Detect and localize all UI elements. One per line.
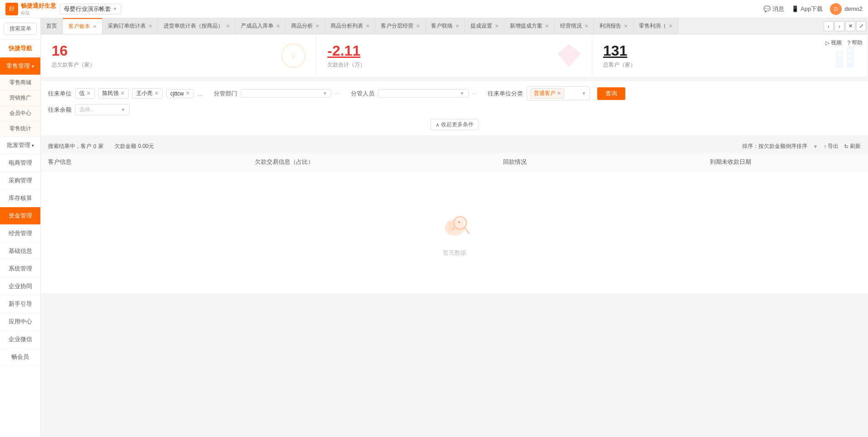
- query-button[interactable]: 查询: [597, 87, 625, 100]
- stat-debt-customers-value: 16: [52, 43, 95, 59]
- svg-rect-6: [849, 49, 851, 52]
- tab-close-new-commission[interactable]: ✕: [545, 24, 549, 28]
- tab-close-profit[interactable]: ✕: [624, 24, 628, 28]
- message-link[interactable]: 💬 消息: [763, 5, 784, 13]
- company-tag-wang[interactable]: 王小亮 ✕: [132, 88, 163, 99]
- collapse-icon: ∧: [436, 122, 440, 128]
- sidebar-item-system[interactable]: 系统管理: [0, 260, 40, 278]
- tab-close-product-analysis[interactable]: ✕: [316, 24, 319, 28]
- sidebar-item-ecommerce[interactable]: 电商管理: [0, 154, 40, 172]
- sidebar-item-retail-mall[interactable]: 零售商城: [0, 75, 40, 90]
- tab-inbound-stats[interactable]: 进货单统计表（按商品） ✕: [158, 18, 235, 34]
- tab-new-commission[interactable]: 新增提成方案 ✕: [504, 18, 555, 34]
- company-tag-chen-close[interactable]: ✕: [120, 90, 125, 96]
- company-tag-cjttcw[interactable]: cjttcw ✕: [166, 89, 194, 98]
- tab-scroll-left-button[interactable]: ‹: [824, 21, 834, 31]
- tab-profit-report[interactable]: 利润报告 ✕: [594, 18, 633, 34]
- sidebar-item-retail[interactable]: 零售管理 ▾: [0, 57, 40, 75]
- company-tag-wang-close[interactable]: ✕: [154, 90, 158, 96]
- tab-close-purchase-order[interactable]: ✕: [149, 24, 152, 28]
- sidebar-item-wholesale[interactable]: 批发管理 ▾: [0, 137, 40, 154]
- person-more-icon[interactable]: ···: [472, 90, 477, 97]
- svg-point-15: [447, 227, 451, 233]
- tab-close-product-list[interactable]: ✕: [366, 24, 369, 28]
- sidebar-search-area: 搜索菜单: [0, 18, 40, 40]
- page-content: ¥ 16 总欠款客户（家） -2.11 欠款合计（万）: [41, 34, 868, 437]
- company-filter-more[interactable]: ...: [197, 90, 203, 97]
- user-profile[interactable]: D demo2: [830, 3, 863, 15]
- video-link[interactable]: ▷ 视频: [825, 39, 842, 47]
- search-menu-button[interactable]: 搜索菜单: [4, 23, 37, 35]
- tab-close-customer-segment[interactable]: ✕: [416, 24, 420, 28]
- table-head: 客户信息 欠款交易信息（占比） 回款情况 到期未收款日期: [41, 153, 868, 171]
- company-tag-wu[interactable]: 伍 ✕: [75, 88, 95, 99]
- sidebar-item-guide[interactable]: 新手引导: [0, 295, 40, 313]
- tab-close-retail-profit[interactable]: ✕: [669, 24, 672, 28]
- person-filter-dropdown[interactable]: ▼: [378, 89, 469, 98]
- company-tag-wu-close[interactable]: ✕: [86, 90, 91, 96]
- stat-debt-customers: ¥ 16 总欠款客户（家）: [41, 34, 317, 77]
- tab-home[interactable]: 首页: [41, 18, 63, 34]
- stat-total-debt: -2.11 欠款合计（万）: [317, 34, 592, 77]
- tab-operations[interactable]: 经营情况 ✕: [555, 18, 594, 34]
- category-tag-close[interactable]: ✕: [557, 90, 561, 96]
- dept-filter-label: 分管部门: [214, 90, 237, 98]
- stat-1-text: 16 总欠款客户（家）: [52, 43, 95, 69]
- sidebar-item-wechat[interactable]: 企业微信: [0, 331, 40, 348]
- sidebar-item-member-center[interactable]: 会员中心: [0, 106, 40, 121]
- tab-product-analysis[interactable]: 商品分析 ✕: [286, 18, 325, 34]
- sidebar-item-retail-stats[interactable]: 零售统计: [0, 121, 40, 137]
- video-icon: ▷: [825, 40, 830, 46]
- app-download-link[interactable]: 📱 App下载: [791, 5, 823, 13]
- content-area: 首页 客户账本 ✕ 采购订单统计表 ✕ 进货单统计表（按商品） ✕ 产成品入库单…: [41, 18, 868, 437]
- tab-customer-ledger[interactable]: 客户账本 ✕: [63, 18, 102, 34]
- empty-state-row: 暂无数据: [41, 171, 868, 294]
- sidebar-item-basic-info[interactable]: 基础信息: [0, 242, 40, 260]
- sidebar-item-operations[interactable]: 经营管理: [0, 225, 40, 242]
- dept-filter-dropdown[interactable]: ▼: [241, 89, 331, 98]
- tab-close-operations[interactable]: ✕: [585, 24, 588, 28]
- sidebar-item-finance[interactable]: 资金管理: [0, 207, 40, 225]
- svg-text:¥: ¥: [290, 50, 297, 62]
- category-filter-dropdown[interactable]: 普通客户 ✕ ▼: [527, 86, 590, 100]
- stat-icon-diamond: [556, 42, 583, 69]
- empty-state-icon: [436, 207, 473, 243]
- tab-close-commission[interactable]: ✕: [495, 24, 499, 28]
- company-tag-cjttcw-close[interactable]: ✕: [186, 90, 190, 96]
- store-selector[interactable]: 母婴行业演示帐套 ▼: [60, 4, 121, 14]
- svg-point-14: [448, 221, 452, 228]
- tab-retail-profit[interactable]: 零售利润（ ✕: [633, 18, 678, 34]
- stat-total-debt-label: 欠款合计（万）: [327, 61, 365, 69]
- collapse-button[interactable]: ∧ 收起更多条件: [431, 119, 479, 130]
- export-button[interactable]: ↑ 导出: [824, 142, 839, 150]
- tab-scroll-right-button[interactable]: ›: [834, 21, 844, 31]
- sidebar-item-purchase[interactable]: 采购管理: [0, 172, 40, 190]
- tab-purchase-order-stats[interactable]: 采购订单统计表 ✕: [102, 18, 158, 34]
- sidebar-item-app-center[interactable]: 应用中心: [0, 313, 40, 331]
- refresh-button[interactable]: ↻ 刷新: [844, 142, 861, 150]
- help-link[interactable]: ? 帮助: [847, 39, 863, 47]
- tab-product-analysis-list[interactable]: 商品分析列表 ✕: [325, 18, 375, 34]
- balance-filter-dropdown[interactable]: 选择... ▼: [75, 104, 129, 115]
- tab-commission-settings[interactable]: 提成设置 ✕: [465, 18, 504, 34]
- tab-close-customer-contact[interactable]: ✕: [456, 24, 459, 28]
- svg-rect-3: [836, 51, 843, 67]
- dept-more-icon[interactable]: ···: [335, 90, 340, 97]
- tab-close-product-inbound[interactable]: ✕: [276, 24, 280, 28]
- sidebar-item-marketing[interactable]: 营销推广: [0, 90, 40, 106]
- tab-customer-contact[interactable]: 客户联络 ✕: [426, 18, 465, 34]
- sidebar-item-quick-nav[interactable]: 快捷导航: [0, 40, 40, 57]
- sidebar-item-chang-member[interactable]: 畅会员: [0, 348, 40, 366]
- tab-bar-actions: ‹ › ✕ ⤢: [822, 21, 868, 31]
- tab-close-all-button[interactable]: ✕: [845, 21, 855, 31]
- tab-close-customer-ledger[interactable]: ✕: [93, 24, 96, 29]
- tab-close-inbound[interactable]: ✕: [226, 24, 230, 28]
- category-tag[interactable]: 普通客户 ✕: [531, 88, 564, 99]
- svg-line-12: [465, 228, 469, 233]
- sidebar-item-enterprise[interactable]: 企业协同: [0, 278, 40, 295]
- sidebar-item-inventory[interactable]: 库存核算: [0, 190, 40, 207]
- tab-product-inbound[interactable]: 产成品入库单 ✕: [235, 18, 286, 34]
- company-tag-chen[interactable]: 陈民强 ✕: [98, 88, 129, 99]
- tab-customer-segment[interactable]: 客户分层经营 ✕: [375, 18, 426, 34]
- tab-expand-button[interactable]: ⤢: [856, 21, 866, 31]
